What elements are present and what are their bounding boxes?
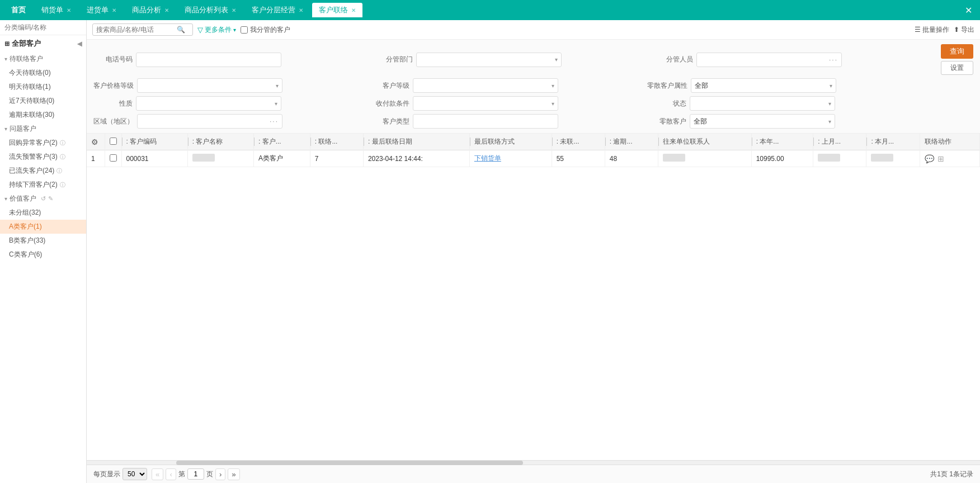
col-type-label: : 客户... [258,138,281,145]
batch-op-btn[interactable]: ☰ 批量操作 [915,25,949,35]
table-header-row: ⚙ : 客户编码 : 客户名称 [87,134,980,150]
nav-tab-customer-contact[interactable]: 客户联络 ✕ [312,3,362,17]
row-checkbox[interactable] [110,154,117,162]
nav-tab-customer-contact-close[interactable]: ✕ [351,7,356,13]
arrow-down-icon-3: ▾ [4,196,7,202]
nav-tab-home-label: 首页 [11,5,26,15]
nav-tab-customer-mgmt-close[interactable]: ✕ [299,7,303,13]
sidebar-item-churn-warning-label: 流失预警客户(3) [9,152,58,162]
edit-icon[interactable]: ✎ [48,195,53,202]
nav-tab-customer-mgmt[interactable]: 客户分层经营 ✕ [245,3,310,17]
sidebar-value-group[interactable]: ▾ 价值客户 ↺ ✎ [0,192,86,206]
sidebar-collapse-icon[interactable]: ◀ [77,40,82,48]
filter-nature: 性质 ▾ [93,96,370,111]
sidebar-item-a-class[interactable]: A类客户(1) [0,220,86,234]
retail-customer-select[interactable]: 全部 ▾ [690,114,835,129]
nav-tab-sales[interactable]: 销货单 ✕ [35,3,78,17]
sidebar-item-tomorrow[interactable]: 明天待联络(1) [0,80,86,94]
page-size-label: 每页显示 [93,470,120,479]
payment-select[interactable]: ▾ [413,96,558,111]
nav-tab-sales-close[interactable]: ✕ [67,7,71,13]
sidebar-item-churned[interactable]: 已流失客户(24) ⓘ [0,164,86,178]
nav-tab-analysis-close[interactable]: ✕ [164,7,169,13]
more-filter-btn[interactable]: ▽ 更多条件 ▾ [197,25,236,35]
customer-table: ⚙ : 客户编码 : 客户名称 [87,134,980,167]
query-button[interactable]: 查询 [941,44,973,59]
dept-select[interactable]: ▾ [416,53,562,67]
sidebar-problem-group[interactable]: ▾ 问题客户 [0,122,86,136]
page-size-select[interactable]: 50 [123,468,147,480]
prev-page-btn[interactable]: ‹ [166,468,176,480]
sidebar-item-declining[interactable]: 持续下滑客户(2) ⓘ [0,178,86,192]
qr-icon[interactable]: ⊞ [937,154,944,163]
sidebar-item-b-class[interactable]: B类客户(33) [0,234,86,248]
retail-attr-caret: ▾ [830,83,832,89]
sidebar-item-declining-label: 持续下滑客户(2) [9,180,58,190]
sidebar-item-repurchase[interactable]: 回购异常客户(2) ⓘ [0,136,86,150]
scrollbar-thumb[interactable] [176,461,523,465]
funnel-icon: ▽ [197,26,203,34]
sidebar-item-c-class-label: C类客户(6) [9,250,42,259]
col-sep-9 [658,138,659,146]
my-customers-checkbox[interactable] [241,26,248,34]
cell-last-method: 下销货单 [469,150,552,167]
nav-tab-analysis[interactable]: 商品分析 ✕ [125,3,176,17]
sidebar-item-unclassified[interactable]: 未分组(32) [0,206,86,220]
area-select[interactable]: ··· [137,114,282,129]
nature-label: 性质 [93,99,133,108]
nav-tab-analysis-list[interactable]: 商品分析列表 ✕ [178,3,243,17]
nav-tab-analysis-label: 商品分析 [132,5,161,15]
filter-retail-customer: 零散客户 全部 ▾ [647,114,924,129]
select-all-checkbox[interactable] [110,138,117,145]
customer-type-label: 客户类型 [370,117,409,126]
col-this-year-header: : 本年... [751,134,813,150]
next-page-btn[interactable]: › [215,468,225,480]
sidebar-pending-group[interactable]: ▾ 待联络客户 [0,52,86,66]
customer-name-blurred [192,154,215,162]
cell-last-date: 2023-04-12 14:44: [363,150,469,167]
page-input[interactable] [187,468,204,480]
payment-label: 收付款条件 [370,99,409,108]
nav-tab-customer-contact-label: 客户联络 [319,5,348,15]
sidebar-item-today[interactable]: 今天待联络(0) [0,66,86,80]
first-page-btn[interactable]: « [152,468,163,480]
export-btn[interactable]: ⬆ 导出 [954,25,974,35]
nav-tab-purchase[interactable]: 进货单 ✕ [80,3,123,17]
horizontal-scrollbar[interactable] [87,460,980,465]
table-row: 1 000031 A类客户 7 2023-04-12 14:44: 下销货单 5… [87,150,980,167]
last-page-btn[interactable]: » [228,468,239,480]
col-name-header: : 客户名称 [187,134,253,150]
col-settings[interactable]: ⚙ [87,134,105,150]
sidebar-item-b-class-label: B类客户(33) [9,236,45,245]
sidebar-item-churn-warning[interactable]: 流失预警客户(3) ⓘ [0,150,86,164]
search-input[interactable] [96,26,175,34]
nav-tab-purchase-close[interactable]: ✕ [112,7,116,13]
sidebar-all-customers-header[interactable]: ⊞ 全部客户 ◀ [0,35,86,52]
message-icon[interactable]: 💬 [925,154,934,163]
sidebar-item-overdue[interactable]: 逾期未联络(30) [0,108,86,122]
col-checkbox [105,134,121,150]
filter-area: 区域（地区） ··· [93,114,370,129]
last-method-link[interactable]: 下销货单 [474,154,501,162]
nature-select[interactable]: ▾ [136,96,281,111]
customer-type-select[interactable] [413,114,558,129]
col-sep-10 [752,138,752,146]
col-action-label: 联络动作 [925,138,951,145]
nav-tab-home[interactable]: 首页 [4,3,32,17]
status-select[interactable]: ▾ [690,96,835,111]
retail-attr-select[interactable]: 全部 ▾ [691,78,836,93]
unit-contact-blurred [663,154,685,162]
search-icon[interactable]: 🔍 [177,26,185,34]
page-label: 第 [178,470,185,479]
price-level-select[interactable]: ▾ [137,78,282,93]
refresh-icon[interactable]: ↺ [41,195,46,202]
window-close-button[interactable]: ✕ [962,4,976,17]
person-select[interactable]: ··· [696,53,842,67]
sidebar-item-7days[interactable]: 近7天待联络(0) [0,94,86,108]
customer-level-select[interactable]: ▾ [413,78,558,93]
setting-button[interactable]: 设置 [941,61,973,75]
nav-tab-analysis-list-close[interactable]: ✕ [232,7,236,13]
sidebar-search-input[interactable] [4,23,87,31]
phone-input[interactable] [136,53,281,67]
sidebar-item-c-class[interactable]: C类客户(6) [0,248,86,262]
